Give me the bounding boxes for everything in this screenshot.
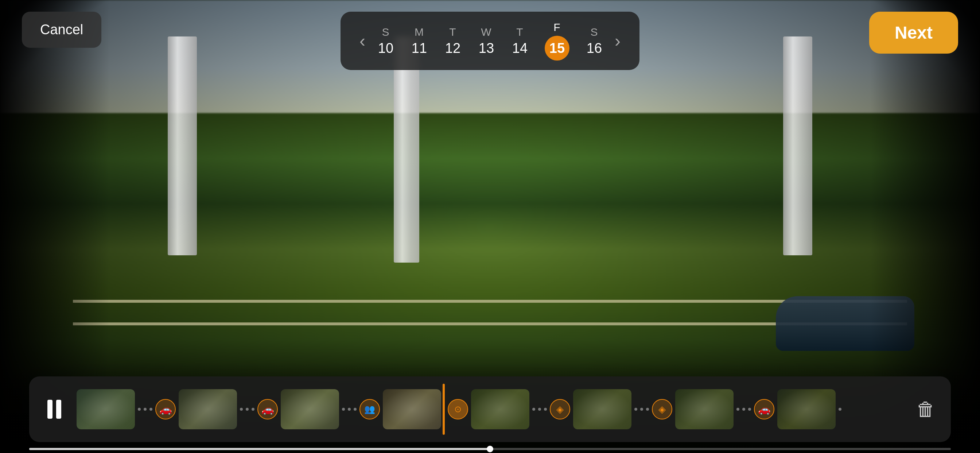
scrubber-bar[interactable]: [29, 448, 951, 450]
day-number-3: 13: [479, 40, 494, 56]
calendar-day-4[interactable]: T 14: [507, 23, 533, 59]
thumb-preview-3: [383, 389, 441, 429]
event-diamond-1: ◈: [550, 399, 570, 420]
dot-segment-2: [339, 408, 360, 411]
dot-segment-1: [237, 408, 258, 411]
day-letter-6: S: [590, 26, 598, 38]
event-active: ⊙: [448, 399, 468, 420]
timeline-cursor-container: [442, 384, 445, 435]
car-event-icon: 🚗: [155, 399, 176, 420]
day-letter-1: M: [415, 26, 424, 38]
timeline-item-5: [573, 389, 632, 429]
scrubber-fill: [29, 448, 490, 450]
playback-bar: 🚗 🚗 👥: [29, 376, 951, 442]
pause-icon: [48, 400, 61, 419]
timeline-thumb-5[interactable]: [573, 389, 632, 429]
timeline-thumb-3[interactable]: [383, 389, 441, 429]
pause-bar-right: [56, 400, 61, 419]
timeline-dot: [635, 408, 637, 411]
timeline-thumb-4[interactable]: [471, 389, 530, 429]
diamond-event-icon-1: ◈: [550, 399, 570, 420]
event-car-1: 🚗: [155, 399, 176, 420]
calendar-bar: ‹ S 10 M 11 T 12 W 13 T 14 F 15 S 16: [340, 12, 640, 70]
timeline-thumb-7[interactable]: [777, 389, 835, 429]
next-button[interactable]: Next: [869, 12, 958, 54]
chevron-right-icon: ›: [615, 32, 620, 49]
thumb-preview-7: [777, 389, 835, 429]
thumb-preview-1: [179, 389, 237, 429]
timeline-dot: [150, 408, 153, 411]
porch-column-center: [394, 37, 419, 263]
thumb-preview-5: [573, 389, 632, 429]
timeline-item-4: [471, 389, 530, 429]
scrubber-handle[interactable]: [487, 446, 493, 452]
porch-column-left: [168, 37, 197, 255]
timeline-dot: [144, 408, 146, 411]
dot-segment-0: [135, 408, 155, 411]
day-letter-4: T: [516, 26, 523, 38]
thumb-preview-2: [281, 389, 339, 429]
calendar-day-1[interactable]: M 11: [406, 23, 433, 59]
timeline-dot: [646, 408, 649, 411]
timeline-item-3: [383, 389, 441, 429]
timeline-dot: [251, 408, 255, 411]
day-number-4: 14: [512, 40, 528, 56]
day-letter-5: F: [554, 21, 560, 33]
dot-segment-4: [632, 408, 652, 411]
car-event-icon-2: 🚗: [258, 399, 278, 420]
diamond-event-icon-2: ◈: [652, 399, 672, 420]
dot-segment-5: [733, 408, 754, 411]
calendar-next-button[interactable]: ›: [608, 29, 628, 53]
event-person-car: 👥: [360, 399, 380, 420]
timeline-cursor: [442, 384, 445, 435]
calendar-day-2[interactable]: T 12: [440, 23, 466, 59]
delete-button[interactable]: 🗑: [909, 393, 942, 426]
event-diamond-2: ◈: [652, 399, 672, 420]
timeline-dot: [348, 408, 351, 411]
pause-bar-left: [48, 400, 52, 419]
play-pause-button[interactable]: [38, 393, 71, 426]
calendar-days: S 10 M 11 T 12 W 13 T 14 F 15 S 16: [372, 18, 608, 64]
timeline-dot: [246, 408, 249, 411]
day-number-2: 12: [445, 40, 460, 56]
timeline-thumb-6[interactable]: [675, 389, 733, 429]
event-car-3: 🚗: [754, 399, 775, 420]
calendar-prev-button[interactable]: ‹: [352, 29, 372, 53]
active-event-icon: ⊙: [448, 399, 468, 420]
day-letter-2: T: [449, 26, 456, 38]
timeline-dot: [240, 408, 243, 411]
day-letter-0: S: [382, 26, 390, 38]
cancel-button[interactable]: Cancel: [22, 12, 101, 48]
timeline-item-2: [281, 389, 339, 429]
chevron-left-icon: ‹: [360, 32, 365, 49]
timeline-dot: [544, 408, 547, 411]
timeline-item-0: [76, 389, 135, 429]
porch-column-right: [783, 37, 812, 255]
calendar-day-0[interactable]: S 10: [372, 23, 399, 59]
timeline-dot: [742, 408, 745, 411]
timeline-dot: [532, 408, 535, 411]
day-number-6: 16: [587, 40, 602, 56]
timeline-dot: [737, 408, 740, 411]
car-event-icon-3: 🚗: [754, 399, 775, 420]
day-number-1: 11: [412, 40, 427, 56]
timeline-dot: [354, 408, 356, 411]
timeline-strip[interactable]: 🚗 🚗 👥: [76, 384, 904, 435]
calendar-day-3[interactable]: W 13: [473, 23, 500, 59]
timeline-dot: [538, 408, 541, 411]
timeline-thumb-2[interactable]: [281, 389, 339, 429]
timeline-thumb-1[interactable]: [179, 389, 237, 429]
calendar-day-5-active[interactable]: F 15: [540, 18, 574, 64]
timeline-thumb-0[interactable]: [76, 389, 135, 429]
calendar-day-6[interactable]: S 16: [581, 23, 608, 59]
thumb-preview-0: [76, 389, 135, 429]
event-car-2: 🚗: [258, 399, 278, 420]
timeline-dot: [640, 408, 643, 411]
thumb-preview-4: [471, 389, 530, 429]
timeline-item-1: [179, 389, 237, 429]
timeline-item-6: [675, 389, 733, 429]
timeline-dot: [342, 408, 345, 411]
timeline-dot: [748, 408, 751, 411]
timeline-dot: [838, 408, 842, 411]
day-number-0: 10: [378, 40, 393, 56]
